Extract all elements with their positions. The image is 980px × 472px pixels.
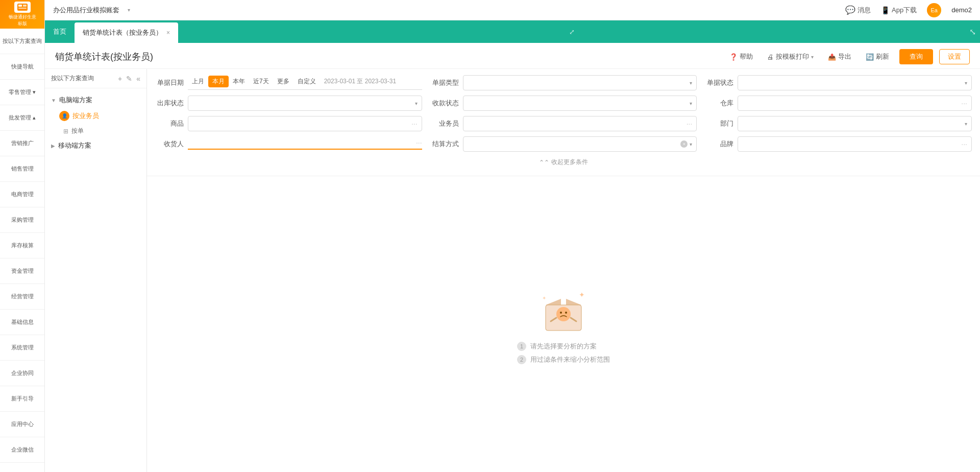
- doc-status-select[interactable]: ▾: [738, 75, 972, 90]
- svg-text:✦: ✦: [579, 291, 585, 299]
- dept-filter-cell: 部门 ▾: [705, 116, 972, 131]
- message-action[interactable]: 💬 消息: [845, 5, 871, 15]
- sidebar-item-enterprise[interactable]: 企业协同: [0, 361, 45, 386]
- brand-select[interactable]: ···: [738, 136, 972, 152]
- sidebar-item-finance[interactable]: 资金管理: [0, 258, 45, 284]
- sidebar-item-wholesale[interactable]: 批发管理 ▴: [0, 105, 45, 131]
- dept-select[interactable]: ▾: [738, 116, 972, 131]
- query-button[interactable]: 查询: [899, 49, 933, 64]
- salesperson-dots[interactable]: ···: [687, 120, 693, 128]
- doc-status-filter-cell: 单据状态 ▾: [705, 75, 972, 90]
- out-status-label: 出库状态: [155, 99, 184, 108]
- topbar-dropdown-icon[interactable]: ▾: [128, 7, 130, 13]
- tab-expand-icon[interactable]: ⤢: [563, 20, 581, 43]
- print-button[interactable]: 🖨 按模板打印 ▾: [763, 50, 818, 63]
- dept-label: 部门: [705, 119, 733, 128]
- out-status-select[interactable]: ▾: [188, 96, 422, 111]
- help-button[interactable]: ❓ 帮助: [725, 50, 757, 63]
- logo-icon: [14, 2, 31, 13]
- sidebar-item-operations[interactable]: 经营管理: [0, 284, 45, 310]
- tree-child-salesperson[interactable]: 👤 按业务员: [45, 108, 146, 124]
- payment-arrow-icon: ▾: [690, 141, 692, 147]
- date-custom[interactable]: 自定义: [293, 76, 320, 87]
- panel-header: 按以下方案查询 + ✎ «: [45, 69, 146, 88]
- tab-home[interactable]: 首页: [45, 20, 75, 43]
- page-header: 销货单统计表(按业务员) ❓ 帮助 🖨 按模板打印 ▾ 📤 导出 🔄 刷新: [45, 43, 980, 69]
- page-header-actions: ❓ 帮助 🖨 按模板打印 ▾ 📤 导出 🔄 刷新 查询 设置: [725, 49, 970, 64]
- goods-select[interactable]: ···: [188, 116, 422, 131]
- sidebar-item-label: 库存核算: [11, 242, 34, 249]
- sidebar-item-label: 零售管理 ▾: [9, 88, 36, 96]
- doc-type-select[interactable]: ▾: [463, 75, 697, 90]
- panel-title: 按以下方案查询: [51, 74, 94, 83]
- sidebar-item-member[interactable]: 畅会员: [0, 463, 45, 472]
- sidebar-item-purchase[interactable]: 采购管理: [0, 207, 45, 233]
- tree-parent-mobile[interactable]: ▶ 移动端方案: [45, 138, 146, 153]
- edit-scheme-icon[interactable]: ✎: [126, 75, 132, 83]
- payment-select[interactable]: × ▾: [463, 136, 697, 152]
- export-button[interactable]: 📤 导出: [824, 50, 855, 63]
- tree-parent-desktop[interactable]: ▼ 电脑端方案: [45, 92, 146, 108]
- print-icon: 🖨: [767, 53, 774, 61]
- sidebar-item-marketing[interactable]: 营销推广: [0, 131, 45, 156]
- app-download-icon: 📱: [881, 6, 890, 14]
- user-name[interactable]: demo2: [951, 6, 972, 14]
- sidebar-item-sales[interactable]: 销售管理: [0, 156, 45, 182]
- user-avatar[interactable]: Ea: [927, 3, 941, 17]
- settings-button[interactable]: 设置: [939, 49, 970, 64]
- filter-area: 单据日期 上月 本月 本年 近7天 更多 自定义 20: [147, 69, 980, 176]
- date-more[interactable]: 更多: [273, 76, 293, 87]
- add-scheme-icon[interactable]: +: [118, 75, 122, 83]
- step-2-num: 2: [517, 355, 526, 364]
- sidebar-item-wechat[interactable]: 企业微信: [0, 437, 45, 463]
- app-download-label: App下载: [892, 6, 917, 15]
- tree-sub-order[interactable]: ⊞ 按单: [45, 124, 146, 138]
- app-logo: 畅捷通好生意 标版: [0, 0, 45, 29]
- salesperson-select[interactable]: ···: [463, 116, 697, 131]
- sidebar-item-search[interactable]: 按以下方案查询: [0, 29, 45, 54]
- sidebar-item-retail[interactable]: 零售管理 ▾: [0, 80, 45, 105]
- refresh-icon: 🔄: [866, 53, 874, 61]
- app-download-action[interactable]: 📱 App下载: [881, 6, 917, 15]
- receiver-dots[interactable]: ···: [416, 138, 422, 147]
- date-this-year[interactable]: 本年: [229, 76, 249, 87]
- empty-steps: 1 请先选择要分析的方案 2 用过滤条件来缩小分析范围: [517, 342, 610, 364]
- sidebar-item-label: 销售管理: [11, 165, 34, 173]
- warehouse-dots[interactable]: ···: [961, 99, 967, 107]
- sidebar-item-label: 快捷导航: [11, 63, 34, 70]
- collapse-row: ⌃⌃ 收起更多条件: [155, 155, 972, 170]
- sidebar-item-inventory[interactable]: 库存核算: [0, 233, 45, 258]
- collapse-button[interactable]: ⌃⌃ 收起更多条件: [533, 157, 594, 168]
- print-dropdown-icon: ▾: [811, 54, 814, 60]
- sidebar-item-ecommerce[interactable]: 电商管理: [0, 182, 45, 207]
- brand-label: 品牌: [705, 139, 733, 149]
- tree-section: ▼ 电脑端方案 👤 按业务员 ⊞ 按单 ▶: [45, 88, 146, 157]
- sidebar-item-quicknav[interactable]: 快捷导航: [0, 54, 45, 80]
- tab-maximize[interactable]: ⤡: [965, 20, 980, 43]
- tab-sales-stats[interactable]: 销货单统计表（按业务员） ×: [75, 22, 178, 43]
- sidebar-item-system[interactable]: 系统管理: [0, 335, 45, 361]
- date-7days[interactable]: 近7天: [249, 76, 273, 87]
- date-label: 单据日期: [155, 78, 184, 87]
- collapse-panel-icon[interactable]: «: [136, 75, 140, 83]
- sidebar-item-newbie[interactable]: 新手引导: [0, 386, 45, 412]
- refresh-button[interactable]: 🔄 刷新: [862, 50, 893, 63]
- receiver-filter-cell: 收货人 ···: [155, 136, 422, 152]
- sidebar-item-basic[interactable]: 基础信息: [0, 310, 45, 335]
- export-label: 导出: [838, 52, 851, 61]
- receipt-status-select[interactable]: ▾: [463, 96, 697, 111]
- sidebar-item-label: 资金管理: [11, 267, 34, 275]
- topbar-actions: 💬 消息 📱 App下载 Ea demo2: [845, 3, 972, 17]
- export-icon: 📤: [828, 53, 836, 61]
- svg-text:✦: ✦: [542, 295, 546, 301]
- warehouse-select[interactable]: ···: [738, 96, 972, 111]
- brand-dots[interactable]: ···: [961, 140, 967, 148]
- payment-clear-icon[interactable]: ×: [680, 140, 688, 148]
- sidebar-item-appcenter[interactable]: 应用中心: [0, 412, 45, 437]
- date-this-month[interactable]: 本月: [208, 76, 229, 87]
- tab-close-icon[interactable]: ×: [166, 29, 170, 36]
- app-subtitle: 标版: [18, 20, 27, 27]
- goods-dots[interactable]: ···: [411, 120, 418, 128]
- sidebar-item-label: 应用中心: [11, 420, 34, 428]
- date-prev-month[interactable]: 上月: [188, 76, 208, 87]
